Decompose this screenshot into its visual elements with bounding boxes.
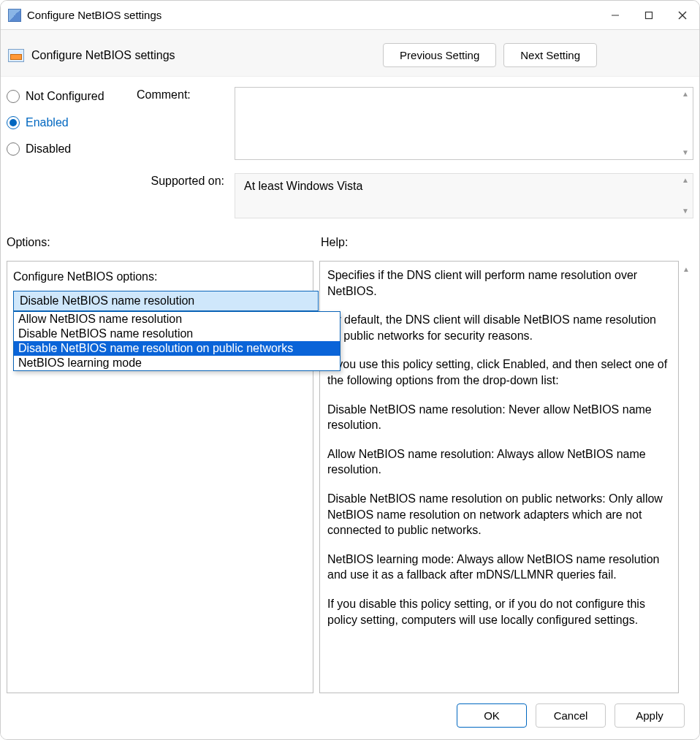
- help-text: Disable NetBIOS name resolution: Never a…: [327, 402, 671, 433]
- dropdown-option-learning-mode[interactable]: NetBIOS learning mode: [14, 356, 340, 370]
- help-text: If you use this policy setting, click En…: [327, 356, 671, 388]
- help-text: NetBIOS learning mode: Always allow NetB…: [327, 552, 671, 583]
- help-text: By default, the DNS client will disable …: [327, 312, 671, 343]
- supported-value: At least Windows Vista: [244, 180, 362, 192]
- options-label: Options:: [7, 236, 321, 249]
- section-labels: Options: Help:: [7, 236, 693, 249]
- top-row: Not Configured Enabled Disabled Comment:…: [7, 87, 693, 169]
- radio-label: Not Configured: [26, 90, 104, 103]
- options-pane: Configure NetBIOS options: Disable NetBI…: [7, 261, 313, 693]
- minimize-icon: [611, 11, 620, 20]
- close-button[interactable]: [666, 1, 699, 29]
- previous-setting-button[interactable]: Previous Setting: [383, 43, 496, 67]
- cancel-button[interactable]: Cancel: [536, 703, 606, 728]
- comment-label: Comment:: [137, 87, 224, 169]
- options-field-label: Configure NetBIOS options:: [7, 270, 313, 291]
- netbios-options-dropdown-list[interactable]: Allow NetBIOS name resolution Disable Ne…: [13, 311, 341, 371]
- panes: Configure NetBIOS options: Disable NetBI…: [7, 261, 693, 693]
- setting-title: Configure NetBIOS settings: [31, 49, 175, 62]
- state-radio-group: Not Configured Enabled Disabled: [7, 87, 137, 169]
- help-text: Disable NetBIOS name resolution on publi…: [327, 491, 671, 538]
- radio-disabled[interactable]: Disabled: [7, 142, 137, 156]
- radio-icon: [7, 90, 20, 103]
- ok-button[interactable]: OK: [457, 703, 527, 728]
- scroll-arrows: ▲▼: [681, 177, 690, 215]
- help-wrap: Specifies if the DNS client will perform…: [319, 261, 693, 693]
- netbios-options-dropdown[interactable]: Disable NetBIOS name resolution: [13, 291, 319, 311]
- help-label: Help:: [321, 236, 693, 249]
- help-scrollbar[interactable]: ▲: [679, 261, 693, 693]
- scroll-up-icon: ▲: [682, 265, 690, 273]
- policy-icon: [8, 9, 21, 22]
- svg-rect-1: [646, 12, 653, 18]
- radio-label: Disabled: [26, 142, 71, 156]
- apply-button[interactable]: Apply: [615, 703, 685, 728]
- minimize-button[interactable]: [598, 1, 632, 29]
- supported-label: Supported on:: [137, 173, 224, 218]
- titlebar: Configure NetBIOS settings: [1, 1, 699, 30]
- next-setting-button[interactable]: Next Setting: [503, 43, 597, 67]
- radio-icon: [7, 142, 20, 156]
- help-text: Specifies if the DNS client will perform…: [327, 267, 671, 299]
- help-pane: Specifies if the DNS client will perform…: [319, 261, 679, 693]
- setting-header: Configure NetBIOS settings Previous Sett…: [1, 30, 699, 77]
- help-text: Allow NetBIOS name resolution: Always al…: [327, 446, 671, 478]
- supported-row: Supported on: At least Windows Vista ▲▼: [7, 173, 693, 218]
- window-title: Configure NetBIOS settings: [27, 9, 161, 21]
- scroll-arrows: ▲▼: [681, 91, 690, 156]
- radio-label: Enabled: [26, 116, 69, 129]
- dropdown-selected-value: Disable NetBIOS name resolution: [20, 294, 194, 307]
- radio-enabled[interactable]: Enabled: [7, 116, 137, 129]
- help-text: If you disable this policy setting, or i…: [327, 596, 671, 628]
- comment-textbox[interactable]: ▲▼: [235, 87, 693, 160]
- dialog-footer: OK Cancel Apply: [7, 693, 693, 739]
- nav-buttons: Previous Setting Next Setting: [383, 43, 597, 67]
- maximize-icon: [644, 11, 653, 20]
- radio-not-configured[interactable]: Not Configured: [7, 90, 137, 103]
- supported-textbox: At least Windows Vista ▲▼: [235, 173, 693, 218]
- content-area: Not Configured Enabled Disabled Comment:…: [1, 77, 699, 739]
- window-controls: [598, 1, 699, 29]
- dropdown-option-allow[interactable]: Allow NetBIOS name resolution: [14, 312, 340, 327]
- close-icon: [678, 11, 687, 20]
- comment-area: Comment: ▲▼: [137, 87, 693, 169]
- dropdown-option-disable[interactable]: Disable NetBIOS name resolution: [14, 327, 340, 341]
- setting-icon: [8, 49, 24, 62]
- maximize-button[interactable]: [632, 1, 666, 29]
- dropdown-option-disable-public[interactable]: Disable NetBIOS name resolution on publi…: [14, 341, 340, 356]
- radio-icon: [7, 116, 20, 129]
